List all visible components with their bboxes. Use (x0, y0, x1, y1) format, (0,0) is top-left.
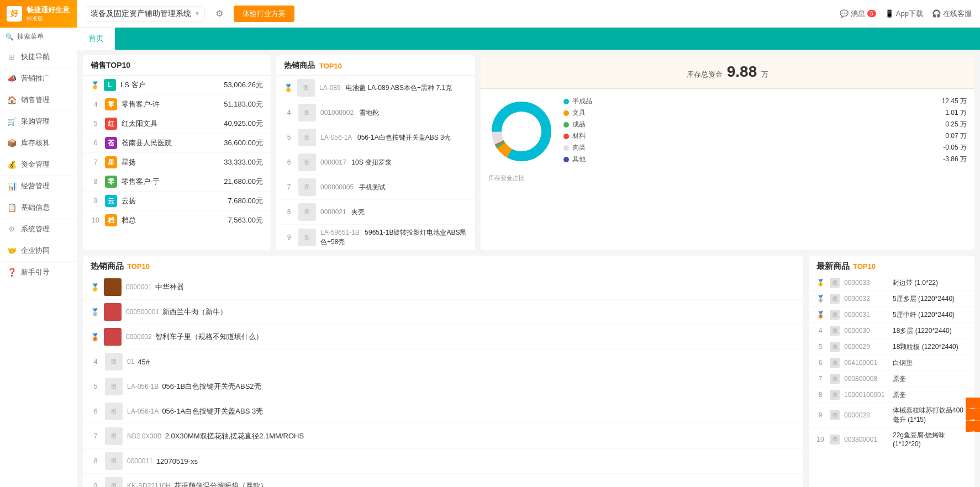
sidebar-item-cooperation[interactable]: 🤝 企业协同 (0, 240, 77, 262)
list-item: 7 图 000800008 原奎 (809, 371, 974, 387)
sales-icon: 🏠 (7, 95, 17, 105)
customer-badge: L (104, 79, 116, 91)
customer-badge: 苍 (105, 137, 117, 149)
sidebar-item-inventory[interactable]: 📦 库存核算 (0, 133, 77, 154)
product-thumbnail: 图 (298, 203, 316, 221)
product-thumbnail (104, 328, 122, 346)
product-thumbnail: 图 (105, 427, 123, 445)
list-item: 5 图 LA-056-1B 056-1B白色按键开关壳ABS2壳 (83, 374, 803, 399)
sidebar-logo: 好 畅捷通好生意 标准版 (0, 0, 77, 28)
top10-label: TOP10 (319, 62, 342, 70)
tab-home[interactable]: 首页 (77, 28, 115, 50)
table-row: 9 云 云扬 7,680.00元 (83, 192, 271, 211)
list-item: 9 图 LA-59651-1B 59651-1B旋转投影灯电池盒ABS黑色+58… (276, 225, 475, 250)
list-item: 4 图 0000030 18多层 (1220*2440) (809, 323, 974, 339)
sidebar-item-basics[interactable]: 📋 基础信息 (0, 197, 77, 219)
legend-dot-material (563, 134, 569, 139)
new-products-list: 🥇 图 0000033 封边带 (1.0*22) 🥈 图 0000032 5厘多… (809, 275, 974, 451)
new-products-card: 最新商品 TOP10 🥇 图 0000033 封边带 (1.0*22) 🥈 图 (809, 256, 974, 487)
top-customers-list: 🥇 L LS 客户 53,006.26元 4 零 零售客户-许 51,183.0… (83, 76, 271, 230)
list-item: 4 图 001000002 雪地靴 (276, 100, 475, 125)
logo-text: 畅捷通好生意 标准版 (27, 6, 70, 22)
legend-item: 成品 0.25 万 (563, 120, 967, 129)
list-item: 7 图 NB2.0X30B 2.0X30MM双搓花轴,搓花直径2.1MM/ROH… (83, 424, 803, 449)
message-button[interactable]: 💬 消息 6 (840, 9, 876, 19)
service-community-button[interactable]: 服务社区 (966, 409, 980, 421)
legend-item: 半成品 12.45 万 (563, 97, 967, 106)
list-item: 🥉 0000002 智利车子里（规格不知道填什么） (83, 325, 803, 350)
table-row: 5 红 红太阳文具 40,925.00元 (83, 114, 271, 134)
product-thumbnail: 图 (298, 178, 316, 196)
table-row: 6 苍 苍南县人民医院 36,600.00元 (83, 134, 271, 153)
sidebar-item-marketing[interactable]: 📣 营销推广 (0, 68, 77, 89)
inventory-icon: 📦 (7, 138, 17, 148)
product-thumbnail: 图 (105, 452, 123, 470)
inventory-chart-container: 半成品 12.45 万 文具 1.01 万 成品 0 (481, 89, 974, 174)
float-service: 客服热线 服务社区 直播 (966, 398, 980, 432)
product-icon: 图 (830, 310, 840, 320)
list-item: 10 图 003800001 22g鱼豆腐·烧烤味 (1*12*20) (809, 428, 974, 451)
product-thumbnail (104, 303, 122, 321)
list-item: 8 图 0000011 12070519-xs (83, 449, 803, 474)
logo-icon: 好 (7, 6, 22, 22)
system-selector[interactable]: 装备及固定资产辅助管理系统 ▼ (86, 6, 205, 22)
medal-icon: 🥉 (91, 333, 99, 341)
product-icon: 图 (830, 410, 840, 420)
system-icon: ⚙ (7, 224, 17, 234)
medal-icon: 🥇 (284, 84, 293, 92)
cooperation-icon: 🤝 (7, 246, 17, 256)
list-item: 9 图 0000028 体械嘉枝味苏打饮品400毫升 (1*15) (809, 403, 974, 428)
headset-icon: 🎧 (932, 9, 941, 18)
customer-badge: 云 (105, 195, 117, 207)
online-service-button[interactable]: 🎧 在线客服 (932, 9, 972, 19)
sidebar-item-guide[interactable]: ❓ 新手引导 (0, 262, 77, 283)
list-item: 6 图 0000017 10S 变扭罗浆 (276, 150, 475, 175)
list-item: 5 图 0000029 18颗粒板 (1220*2440) (809, 339, 974, 355)
settings-button[interactable]: ⚙ (210, 5, 228, 23)
list-item: 8 图 10000100001 原奎 (809, 387, 974, 403)
legend-dot-product (563, 122, 569, 128)
sidebar-item-sales[interactable]: 🏠 销售管理 (0, 89, 77, 111)
search-menu[interactable]: 🔍 搜索菜单 (0, 28, 77, 46)
phone-icon: 📱 (885, 9, 894, 18)
medal-icon: 🥇 (91, 283, 99, 292)
live-stream-button[interactable]: 直播 (966, 421, 980, 432)
app-download-button[interactable]: 📱 App下载 (885, 9, 923, 19)
operation-icon: 📊 (7, 181, 17, 191)
sidebar-item-finance[interactable]: 💰 资金管理 (0, 154, 77, 176)
finance-icon: 💰 (7, 160, 17, 170)
top-customers-card: 销售TOP10 🥇 L LS 客户 53,006.26元 (83, 55, 271, 250)
legend-item: 其他 -3.86 万 (563, 155, 967, 164)
sidebar-item-quick-nav[interactable]: ⊞ 快捷导航 (0, 46, 77, 68)
list-item: 🥈 图 0000032 5厘多层 (1220*2440) (809, 291, 974, 307)
donut-chart (488, 98, 555, 165)
list-item: 7 图 000800005 手机测试 (276, 175, 475, 200)
product-thumbnail: 图 (105, 378, 123, 395)
hot-products-card: 热销商品 TOP10 🥇 0000001 中华神器 (83, 256, 803, 487)
hot-products-header: 热销商品 TOP10 (83, 256, 803, 275)
message-icon: 💬 (840, 9, 849, 18)
list-item: 🥇 0000001 中华神器 (83, 275, 803, 300)
list-item: 🥈 000500001 新西兰牛肉（新牛） (83, 300, 803, 325)
product-thumbnail: 图 (105, 353, 123, 370)
sidebar-item-system[interactable]: ⚙ 系统管理 (0, 219, 77, 240)
sidebar-item-operation[interactable]: 📊 经营管理 (0, 176, 77, 197)
table-row: 8 零 零售客户-于 21,680.00元 (83, 172, 271, 192)
product-thumbnail: 图 (105, 477, 123, 487)
customer-badge: 星 (105, 156, 117, 168)
sidebar-item-purchase[interactable]: 🛒 采购管理 (0, 111, 77, 133)
legend-dot-stationery (563, 110, 569, 116)
hot-products-mid-card: 热销商品 TOP10 🥇 图 LA-089 电池盖 LA-089 ABS本色+黑… (276, 55, 475, 250)
legend-item: 文具 1.01 万 (563, 108, 967, 118)
basics-icon: 📋 (7, 203, 17, 213)
inventory-summary: 库存总资金 9.88 万 (481, 55, 974, 89)
trial-button[interactable]: 体验行业方案 (234, 6, 294, 22)
top-header: 装备及固定资产辅助管理系统 ▼ ⚙ 体验行业方案 💬 消息 6 📱 App下载 … (77, 0, 980, 28)
list-item: 9 图 KK-SD22110H 花语萌信温分腿睡袋（厚款） (83, 474, 803, 487)
legend-dot-meat (563, 145, 569, 151)
sidebar: 好 畅捷通好生意 标准版 🔍 搜索菜单 ⊞ 快捷导航 📣 营销推广 🏠 销售管理… (0, 0, 77, 487)
medal-icon: 🥈 (91, 308, 99, 316)
customer-hotline-button[interactable]: 客服热线 (966, 398, 980, 409)
main-area: 装备及固定资产辅助管理系统 ▼ ⚙ 体验行业方案 💬 消息 6 📱 App下载 … (77, 0, 980, 487)
top-customers-header: 销售TOP10 (83, 55, 271, 76)
